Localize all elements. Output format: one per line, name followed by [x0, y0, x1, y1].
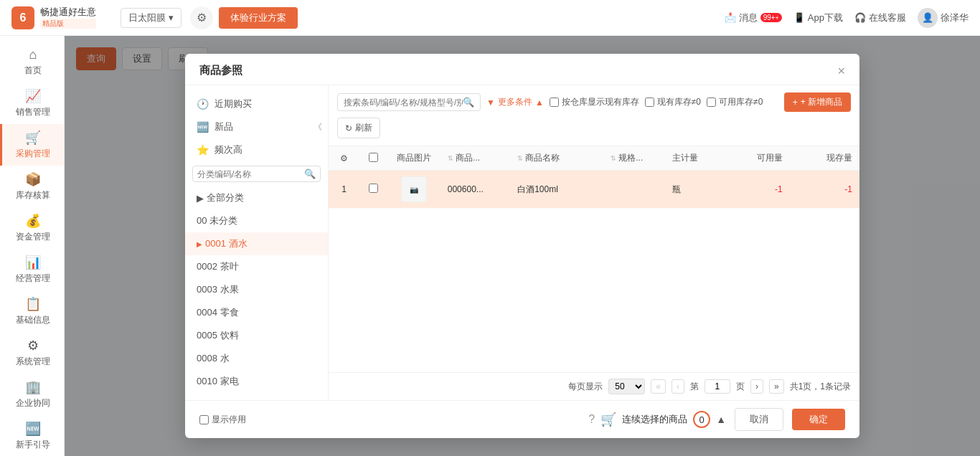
- sidebar-item-finance[interactable]: 💰 资金管理: [0, 207, 64, 249]
- home-icon: ⌂: [29, 47, 37, 62]
- sidebar-label-ops: 经营管理: [16, 272, 50, 285]
- confirm-button[interactable]: 确定: [792, 409, 845, 430]
- checkbox-warehouse-stock[interactable]: 按仓库显示现有库存: [550, 96, 639, 108]
- cart-count: 0: [693, 411, 710, 428]
- checkbox-nonzero-stock[interactable]: 现有库存≠0: [645, 96, 701, 108]
- sidebar-item-home[interactable]: ⌂ 首页: [0, 42, 64, 82]
- modal-close-button[interactable]: ×: [837, 65, 845, 77]
- category-0008[interactable]: 0008 水: [185, 347, 328, 370]
- corp-icon: 🏢: [25, 379, 41, 395]
- purchase-icon: 🛒: [25, 130, 41, 146]
- help-icon[interactable]: ?: [588, 413, 595, 426]
- sidebar-label-basic: 基础信息: [16, 314, 50, 326]
- category-0005[interactable]: 0005 饮料: [185, 324, 328, 347]
- category-0010[interactable]: 0010 家电: [185, 370, 328, 393]
- category-0003[interactable]: 0003 水果: [185, 278, 328, 301]
- active-arrow-icon: ▶: [197, 240, 202, 248]
- modal-body: 🕐 近期购买 🆕 新品 ⭐ 频次高: [185, 85, 859, 400]
- cart-area: ? 🛒 连续选择的商品 0 ▲: [588, 411, 726, 428]
- show-disabled-checkbox[interactable]: 显示停用: [199, 414, 246, 426]
- sidebar-item-basic[interactable]: 📋 基础信息: [0, 290, 64, 332]
- product-search-input[interactable]: [344, 98, 463, 108]
- trial-button[interactable]: 体验行业方案: [219, 7, 298, 29]
- bell-icon: 📩: [725, 12, 736, 23]
- sidebar-item-guide[interactable]: 🆕 新手引导: [0, 415, 64, 456]
- sidebar-label-inventory: 库存核算: [16, 189, 50, 201]
- logo-area: 6 畅捷通好生意 精品版: [11, 6, 112, 29]
- category-all[interactable]: ▶ 全部分类: [185, 186, 328, 209]
- quick-frequent[interactable]: ⭐ 频次高: [185, 138, 263, 161]
- row-checkbox[interactable]: [369, 184, 378, 193]
- row-name: 白酒100ml: [510, 171, 603, 209]
- content-area: 查询 设置 刷新 商品参照 ×: [65, 36, 980, 456]
- category-00[interactable]: 00 未分类: [185, 209, 328, 232]
- row-spec: [603, 171, 666, 209]
- nav-selector[interactable]: 日太阳膜 ▾: [121, 8, 182, 28]
- col-header-code[interactable]: ⇅ 商品...: [440, 146, 510, 171]
- category-search-input[interactable]: [197, 169, 304, 179]
- row-stock: -1: [790, 171, 859, 209]
- prev-page-button[interactable]: ‹: [672, 379, 684, 394]
- col-header-stock: 现存量: [790, 146, 859, 171]
- sort-icon-name: ⇅: [517, 155, 523, 162]
- sidebar-item-sales[interactable]: 📈 销售管理: [0, 82, 64, 124]
- left-panel-collapse-button[interactable]: 《: [308, 118, 328, 136]
- last-page-button[interactable]: »: [769, 379, 784, 394]
- next-page-button[interactable]: ›: [750, 379, 763, 394]
- refresh-button[interactable]: ↻ 刷新: [337, 118, 380, 138]
- logo-icon: 6: [11, 6, 34, 29]
- plus-icon: +: [793, 98, 798, 108]
- search-submit-icon[interactable]: 🔍: [463, 97, 474, 108]
- product-reference-modal: 商品参照 × 🕐 近期购买: [185, 54, 859, 438]
- user-avatar[interactable]: 👤 徐泽华: [918, 8, 969, 28]
- product-table-area: ⚙ 商品图片 ⇅ 商品...: [329, 146, 859, 372]
- col-header-spec[interactable]: ⇅ 规格...: [603, 146, 666, 171]
- table-row[interactable]: 1 📷 000600... 白酒100ml: [329, 171, 859, 209]
- pagination-bar: 每页显示 50 10 20 100 « ‹ 第 页: [329, 372, 859, 400]
- app-download-btn[interactable]: 📱 App下载: [793, 11, 843, 24]
- sidebar-label-home: 首页: [24, 65, 42, 77]
- page-suffix: 页: [736, 381, 745, 393]
- logo-line2: 精品版: [40, 19, 96, 29]
- search-icon[interactable]: 🔍: [304, 168, 316, 179]
- modal-right-panel: 🔍 ▼ 更多条件 ▲ 按仓库显示现有库存: [329, 85, 859, 400]
- row-num: 1: [329, 171, 359, 209]
- cancel-button[interactable]: 取消: [735, 408, 783, 431]
- cart-collapse-icon[interactable]: ▲: [716, 414, 726, 425]
- sidebar-item-purchase[interactable]: 🛒 采购管理: [0, 124, 64, 166]
- quick-recent[interactable]: 🕐 近期购买: [185, 92, 263, 115]
- table-settings-icon[interactable]: ⚙: [340, 153, 348, 163]
- sort-icon-spec: ⇅: [611, 155, 616, 162]
- category-0004[interactable]: 0004 零食: [185, 301, 328, 324]
- total-records: 共1页，1条记录: [790, 381, 851, 393]
- arrow-icon: ▶: [197, 193, 204, 204]
- online-service-btn[interactable]: 🎧 在线客服: [854, 11, 906, 24]
- sidebar-item-system[interactable]: ⚙ 系统管理: [0, 332, 64, 374]
- cart-icon[interactable]: 🛒: [600, 412, 616, 427]
- page-number-input[interactable]: [705, 379, 730, 394]
- filter-more-btn[interactable]: ▼ 更多条件 ▲: [486, 96, 544, 108]
- sidebar-label-purchase: 采购管理: [16, 148, 50, 160]
- select-all-checkbox[interactable]: [369, 153, 378, 162]
- checkbox-nonzero-avail[interactable]: 可用库存≠0: [707, 96, 763, 108]
- col-header-name[interactable]: ⇅ 商品名称: [510, 146, 603, 171]
- quick-new[interactable]: 🆕 新品: [185, 115, 263, 138]
- per-page-select[interactable]: 50 10 20 100: [608, 379, 645, 394]
- finance-icon: 💰: [25, 213, 41, 229]
- per-page-label: 每页显示: [568, 381, 603, 393]
- first-page-button[interactable]: «: [651, 379, 666, 394]
- modal-title: 商品参照: [199, 64, 242, 77]
- category-0002[interactable]: 0002 茶叶: [185, 255, 328, 278]
- top-navigation: 6 畅捷通好生意 精品版 日太阳膜 ▾ ⚙ 体验行业方案 📩 消息 99++ 📱…: [0, 0, 980, 36]
- category-0001[interactable]: ▶ 0001 酒水: [185, 232, 328, 255]
- sidebar-item-ops[interactable]: 📊 经营管理: [0, 249, 64, 290]
- category-list: ▶ 全部分类 00 未分类 ▶ 0001 酒水 0002 茶: [185, 186, 328, 393]
- new-product-button[interactable]: + + 新增商品: [784, 92, 851, 112]
- ops-icon: 📊: [25, 255, 41, 270]
- headset-icon: 🎧: [854, 12, 866, 23]
- sidebar-item-corp[interactable]: 🏢 企业协同: [0, 374, 64, 415]
- sidebar-item-inventory[interactable]: 📦 库存核算: [0, 166, 64, 207]
- notifications-btn[interactable]: 📩 消息 99++: [725, 11, 782, 24]
- settings-icon-button[interactable]: ⚙: [190, 6, 213, 29]
- sidebar-label-guide: 新手引导: [16, 439, 50, 451]
